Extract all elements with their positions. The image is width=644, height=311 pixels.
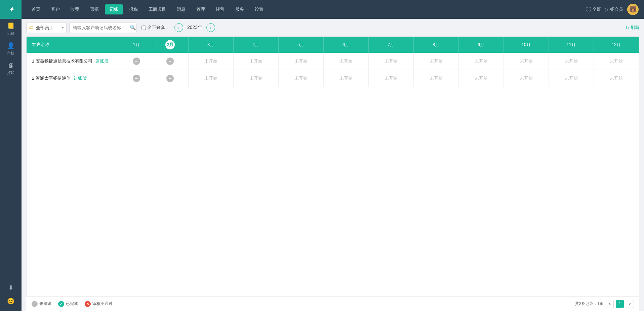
not-started-text: 未开始 [430, 59, 443, 64]
nav-operation[interactable]: 经营 [211, 4, 229, 14]
legend-not-built: − 未建账 [32, 301, 51, 307]
status-dash-icon: − [133, 57, 140, 65]
topnav: 首页 客户 收费 票据 记账 报税 工商项目 消息 管理 经营 服务 设置 ⛶ … [22, 0, 644, 19]
nav-business[interactable]: 工商项目 [144, 4, 171, 14]
not-started-text: 未开始 [294, 59, 308, 64]
rejected-label: 审核不通过 [92, 301, 113, 307]
legend-completed: ✓ 已完成 [58, 301, 78, 307]
status-dash-icon: − [166, 57, 174, 65]
topnav-right: ⛶ 全屏 ▷ 畅会员 🐻 [586, 4, 639, 15]
month-cell-1: − [121, 53, 152, 70]
row-index: 1 [32, 59, 34, 64]
ledger-icon: 📒 [7, 22, 14, 30]
nav-invoice[interactable]: 票据 [85, 4, 104, 14]
sidebar: ✦ 📒 记账 👤 审核 🖨 打印 ⬇ 😊 [0, 0, 22, 311]
sidebar-print-label: 打印 [7, 70, 14, 75]
month-cell-3: 未开始 [188, 53, 233, 70]
prev-page-button[interactable]: < [606, 300, 614, 308]
nav-message[interactable]: 消息 [172, 4, 190, 14]
status-dash-icon: − [166, 75, 174, 82]
month-cell-3: 未开始 [188, 70, 233, 87]
support-icon: 😊 [7, 298, 14, 305]
next-page-button[interactable]: > [626, 300, 634, 308]
nav-ledger[interactable]: 记账 [105, 4, 123, 14]
user-avatar[interactable]: 🐻 [627, 4, 639, 15]
month-cell-6: 未开始 [323, 53, 368, 70]
not-started-text: 未开始 [339, 76, 353, 81]
month-cell-12: 未开始 [594, 70, 639, 87]
nav-tax[interactable]: 报税 [124, 4, 143, 14]
month-cell-6: 未开始 [323, 70, 368, 87]
col-feb: 2月 [152, 37, 188, 53]
col-client: 客户名称 [27, 37, 121, 53]
not-started-text: 未开始 [610, 76, 623, 81]
current-page-button[interactable]: 1 [616, 300, 624, 308]
col-sep: 9月 [458, 37, 504, 53]
month-cell-10: 未开始 [504, 53, 549, 70]
fullscreen-button[interactable]: ⛶ 全屏 [586, 6, 601, 12]
month-cell-8: 未开始 [413, 53, 458, 70]
month-cell-5: 未开始 [278, 70, 323, 87]
col-apr: 4月 [233, 37, 278, 53]
member-button[interactable]: ▷ 畅会员 [605, 6, 623, 12]
search-icon[interactable]: 🔍 [130, 25, 136, 31]
enter-ledger-link[interactable]: 进账簿 [74, 76, 87, 81]
month-cell-10: 未开始 [504, 70, 549, 87]
month-cell-2: − [152, 53, 188, 70]
sidebar-item-audit[interactable]: 👤 审核 [0, 39, 22, 59]
not-started-text: 未开始 [565, 76, 578, 81]
download-icon: ⬇ [8, 284, 13, 291]
nav-settings[interactable]: 设置 [250, 4, 268, 14]
completed-icon: ✓ [58, 301, 64, 307]
not-started-text: 未开始 [249, 76, 263, 81]
nav-billing[interactable]: 收费 [66, 4, 84, 14]
search-input[interactable] [69, 22, 136, 33]
month-cell-12: 未开始 [594, 53, 639, 70]
print-icon: 🖨 [8, 62, 14, 69]
not-started-text: 未开始 [204, 59, 217, 64]
footer-right: 共2条记录，1页 < 1 > [575, 300, 634, 308]
nav-service[interactable]: 服务 [231, 4, 249, 14]
not-built-icon: − [32, 301, 38, 307]
legend-rejected: ✕ 审核不通过 [85, 301, 113, 307]
sidebar-item-download[interactable]: ⬇ [0, 281, 22, 294]
not-started-text: 未开始 [430, 76, 443, 81]
month-cell-7: 未开始 [368, 70, 413, 87]
member-icon: ▷ [605, 7, 609, 12]
month-cell-11: 未开始 [549, 53, 594, 70]
year-text: 2023年 [187, 25, 202, 31]
ledger-table: 客户名称 1月 2月 3月 4月 5月 6月 7月 8月 9月 10月 11月 … [27, 37, 639, 87]
checkbox-label[interactable]: 名下账套 [142, 25, 165, 31]
rejected-icon: ✕ [85, 301, 91, 307]
subset-checkbox[interactable] [142, 26, 146, 30]
sidebar-item-ledger[interactable]: 📒 记账 [0, 19, 22, 39]
col-may: 5月 [278, 37, 323, 53]
not-started-text: 未开始 [610, 59, 623, 64]
refresh-icon: ↻ [626, 25, 629, 30]
client-name-cell: 2 漠澜太平畅捷通信 进账簿 [27, 70, 121, 87]
table-row: 2 漠澜太平畅捷通信 进账簿−−未开始未开始未开始未开始未开始未开始未开始未开始… [27, 70, 639, 87]
enter-ledger-link[interactable]: 进账簿 [95, 59, 109, 64]
next-year-button[interactable]: › [206, 23, 215, 32]
toolbar: 🏷 全部员工 ▾ 🔍 名下账套 ‹ 2023年 › ↻ 刷新 [26, 22, 639, 33]
col-jul: 7月 [368, 37, 413, 53]
month-cell-9: 未开始 [458, 53, 504, 70]
prev-year-button[interactable]: ‹ [174, 23, 183, 32]
refresh-button[interactable]: ↻ 刷新 [626, 25, 639, 31]
chevron-down-icon: ▾ [62, 25, 64, 30]
not-built-label: 未建账 [39, 301, 51, 307]
content-area: 🏷 全部员工 ▾ 🔍 名下账套 ‹ 2023年 › ↻ 刷新 [22, 19, 644, 311]
nav-customer[interactable]: 客户 [46, 4, 65, 14]
month-cell-9: 未开始 [458, 70, 504, 87]
client-name: 漠澜太平畅捷通信 [36, 76, 71, 81]
total-records-text: 共2条记录，1页 [575, 301, 604, 307]
table-row: 1 安徽畅捷通信息技术有限公司 进账簿−−未开始未开始未开始未开始未开始未开始未… [27, 53, 639, 70]
nav-manage[interactable]: 管理 [192, 4, 210, 14]
col-mar: 3月 [188, 37, 233, 53]
nav-home[interactable]: 首页 [27, 4, 45, 14]
sidebar-item-print[interactable]: 🖨 打印 [0, 59, 22, 78]
not-started-text: 未开始 [385, 76, 398, 81]
sidebar-item-support[interactable]: 😊 [0, 294, 22, 308]
month-cell-1: − [121, 70, 152, 87]
month-cell-4: 未开始 [233, 70, 278, 87]
